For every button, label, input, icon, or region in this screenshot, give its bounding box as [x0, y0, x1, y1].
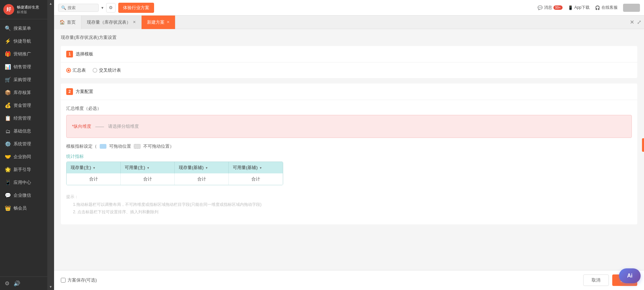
cancel-button[interactable]: 取消 [583, 274, 609, 286]
radio-cross[interactable]: 交叉统计表 [93, 67, 121, 73]
sidebar-item-label: 资金管理 [14, 102, 31, 108]
sidebar-item-base-info[interactable]: 🗂 基础信息 [0, 125, 47, 138]
tab-inventory-status[interactable]: 现存量（库存状况表） ✕ [81, 16, 142, 29]
indicator-settings: 模板指标设定（ 可拖动位置 不可拖动位置） [66, 143, 632, 149]
section1-title: 选择模板 [76, 51, 93, 57]
wechat-icon: 💬 [5, 192, 11, 198]
close-panel-btn[interactable]: ✕ [630, 19, 634, 25]
expand-panel-btn[interactable]: ⤢ [637, 19, 641, 25]
gear-icon: ⚙ [109, 5, 113, 10]
sidebar-item-sales[interactable]: 📊 销售管理 [0, 61, 47, 73]
sidebar-item-search[interactable]: 🔍 搜索菜单 [0, 22, 47, 35]
page-title: 现存量(库存状况表)方案设置 [61, 34, 637, 41]
sidebar-item-label: 企业协同 [14, 154, 31, 160]
tips-area: 提示： 1.拖动标题栏可以调整布局，不可跨维度或指标区域拖动栏目字段(只能在同一… [66, 191, 632, 219]
chevron-down-icon-4: ▾ [260, 166, 262, 170]
resize-handle[interactable] [642, 138, 644, 152]
settings-icon[interactable]: ⚙ [5, 280, 9, 287]
tab-new-plan[interactable]: 新建方案 ✕ [142, 16, 175, 29]
sidebar-item-quick-nav[interactable]: ⚡ 快捷导航 [0, 35, 47, 48]
online-service-btn[interactable]: 🎧 在线客服 [595, 5, 618, 10]
topbar-settings-btn[interactable]: ⚙ [106, 3, 116, 13]
stats-cell-3: 合计 [175, 173, 229, 185]
stats-col-header-3[interactable]: 现存量(基辅) ▾ [175, 162, 229, 173]
tab-inventory-close-btn[interactable]: ✕ [133, 20, 136, 24]
tips-label: 提示： [66, 194, 632, 200]
section2-title: 方案配置 [76, 89, 93, 95]
stats-cell-1: 合计 [67, 173, 121, 185]
tab-home[interactable]: 🏠 首页 [54, 16, 81, 29]
base-info-icon: 🗂 [5, 128, 11, 134]
tip-1: 1.拖动标题栏可以调整布局，不可跨维度或指标区域拖动栏目字段(只能在同一维度或指… [66, 201, 632, 209]
tabbar: 🏠 首页 现存量（库存状况表） ✕ 新建方案 ✕ ✕ ⤢ [54, 16, 644, 29]
stats-table-header: 现存量(主) ▾ 可用量(主) ▾ 现存量(基辅) ▾ 可用量(基辅) [67, 162, 283, 173]
sidebar-item-members[interactable]: 👑 畅会员 [0, 202, 47, 215]
search-icon: 🔍 [61, 5, 66, 10]
sidebar-item-label: 销售管理 [14, 64, 31, 70]
sidebar-item-operations[interactable]: 📋 经营管理 [0, 112, 47, 125]
message-icon: 💬 [538, 5, 543, 10]
radio-summary-circle [66, 68, 71, 73]
sidebar-item-wechat[interactable]: 💬 企业微信 [0, 189, 47, 202]
messages-btn[interactable]: 💬 消息 99+ [538, 5, 563, 10]
draggable-badge [100, 144, 106, 149]
sidebar-item-label: 基础信息 [14, 128, 31, 134]
speaker-icon[interactable]: 🔊 [14, 280, 20, 287]
scroll-up-btn[interactable]: ▲ [47, 0, 54, 7]
sidebar-item-label: 采购管理 [14, 77, 31, 83]
search-icon: 🔍 [5, 25, 11, 31]
section2-num: 2 [66, 88, 73, 95]
dimension-area[interactable]: *纵向维度 —— 请选择分组维度 [66, 115, 632, 138]
sidebar-item-label: 系统管理 [14, 141, 31, 147]
stats-col-header-1[interactable]: 现存量(主) ▾ [67, 162, 121, 173]
new-guide-icon: 🌟 [5, 167, 11, 173]
operations-icon: 📋 [5, 115, 11, 121]
marketing-icon: 🎁 [5, 51, 11, 57]
save-plan-label: 方案保存(可选) [68, 277, 97, 283]
sidebar-scroll: ▲ ▼ [47, 0, 54, 290]
topbar-search-box[interactable]: 🔍 [58, 4, 99, 12]
save-plan-checkbox[interactable] [61, 278, 66, 283]
scroll-down-btn[interactable]: ▼ [47, 283, 54, 290]
sidebar-item-label: 应用中心 [14, 179, 31, 186]
radio-summary[interactable]: 汇总表 [66, 67, 86, 73]
stats-table: 现存量(主) ▾ 可用量(主) ▾ 现存量(基辅) ▾ 可用量(基辅) [66, 162, 283, 185]
sidebar: 好 畅捷通好生意 标准版 🔍 搜索菜单 ⚡ 快捷导航 🎁 营销推广 📊 销售管理… [0, 0, 47, 290]
app-name: 畅捷通好生意 标准版 [17, 5, 39, 14]
stats-cell-4: 合计 [229, 173, 283, 185]
sidebar-item-label: 库存核算 [14, 90, 31, 96]
sidebar-item-inventory[interactable]: 📦 库存核算 [0, 86, 47, 99]
section1-num: 1 [66, 51, 73, 57]
user-avatar[interactable] [623, 4, 640, 12]
sidebar-logo: 好 畅捷通好生意 标准版 [0, 0, 47, 19]
system-icon: ⚙️ [5, 141, 11, 147]
sidebar-item-app-center[interactable]: 📱 应用中心 [0, 176, 47, 189]
stats-section-label: 统计指标 [66, 153, 632, 160]
sidebar-footer: ⚙ 🔊 [0, 276, 47, 290]
try-industry-btn[interactable]: 体验行业方案 [118, 3, 154, 13]
sales-icon: 📊 [5, 64, 11, 70]
plan-config-body: 汇总维度（必选） *纵向维度 —— 请选择分组维度 模板指标设定（ 可拖动位置 … [61, 100, 637, 224]
topbar-right: 💬 消息 99+ 📱 App下载 🎧 在线客服 [538, 4, 640, 12]
sidebar-item-label: 企业微信 [14, 192, 31, 198]
stats-col-header-4[interactable]: 可用量(基辅) ▾ [229, 162, 283, 173]
stats-cell-2: 合计 [121, 173, 175, 185]
sidebar-item-system[interactable]: ⚙️ 系统管理 [0, 138, 47, 150]
topbar: 🔍 ▾ ⚙ 体验行业方案 💬 消息 99+ 📱 App下载 🎧 在线客服 [54, 0, 644, 16]
sidebar-item-contract[interactable]: 🤝 企业协同 [0, 150, 47, 163]
app-download-btn[interactable]: 📱 App下载 [568, 5, 590, 10]
topbar-dropdown-btn[interactable]: ▾ [101, 5, 103, 10]
chevron-down-icon-3: ▾ [206, 166, 207, 170]
purchase-icon: 🛒 [5, 77, 11, 83]
sidebar-item-marketing[interactable]: 🎁 营销推广 [0, 48, 47, 61]
sidebar-item-label: 搜索菜单 [14, 25, 31, 31]
sidebar-item-new-guide[interactable]: 🌟 新手引导 [0, 163, 47, 176]
tab-new-plan-close-btn[interactable]: ✕ [167, 20, 170, 24]
topbar-search-input[interactable] [68, 5, 95, 10]
ai-assistant-bubble[interactable]: Ai [619, 268, 641, 283]
sidebar-item-purchase[interactable]: 🛒 采购管理 [0, 73, 47, 86]
quick-nav-icon: ⚡ [5, 38, 11, 44]
sidebar-item-finance[interactable]: 💰 资金管理 [0, 99, 47, 112]
messages-badge: 99+ [553, 5, 563, 10]
stats-col-header-2[interactable]: 可用量(主) ▾ [121, 162, 175, 173]
